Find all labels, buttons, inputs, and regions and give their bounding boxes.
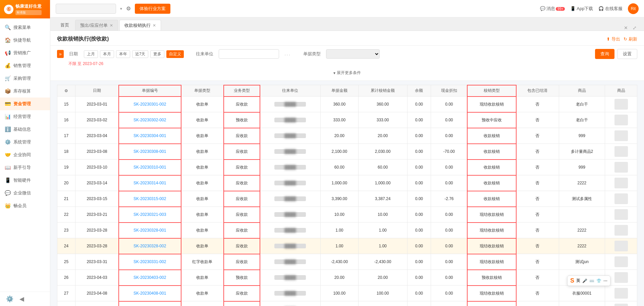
th-biz-type[interactable]: 业务类型	[224, 85, 260, 97]
message-link[interactable]: 💬 消息99+	[540, 6, 565, 12]
sidebar-item-inventory[interactable]: 📦 库存核算	[0, 85, 50, 98]
date-btn-this-year[interactable]: 本年	[116, 50, 130, 58]
sidebar-item-basic[interactable]: ℹ️ 基础信息	[0, 123, 50, 136]
table-row[interactable]: 17 2023-03-04 SK-20230304-001 收款单 应收款 ██…	[57, 128, 637, 144]
tab-receipt-close-icon[interactable]: ✕	[153, 23, 156, 27]
doc-no-link[interactable]: SK-20230314-001	[133, 181, 166, 185]
sidebar-item-quick-nav[interactable]: 🏠 快捷导航	[0, 34, 50, 47]
th-amount[interactable]: 单据金额	[321, 85, 359, 97]
sidebar-item-corp[interactable]: 🤝 企业协同	[0, 148, 50, 161]
doc-no-link[interactable]: SK-20230302-002	[133, 118, 166, 122]
tab-pending[interactable]: 预出/应应付单 ✕	[75, 20, 118, 30]
sidebar-item-hardware[interactable]: 📱 智能硬件	[0, 174, 50, 187]
th-goods1[interactable]: 商品	[559, 85, 605, 97]
date-btn-7days[interactable]: 近7天	[132, 50, 149, 58]
doc-no-link[interactable]: SK-20230328-001	[133, 228, 166, 233]
th-discount[interactable]: 现金折扣	[431, 85, 467, 97]
doc-no-link[interactable]: SK-20230315-002	[133, 196, 166, 201]
ime-keyboard-icon[interactable]: ⌨️	[589, 279, 594, 283]
table-row[interactable]: 19 2023-03-10 SK-20230310-001 收款单 应收款 ██…	[57, 160, 637, 175]
th-verify-type[interactable]: 核销类型	[467, 85, 516, 97]
td-discount: -70.00	[431, 144, 467, 160]
app-download-link[interactable]: 📱 App下载	[570, 6, 593, 12]
date-btn-custom[interactable]: 自定义	[166, 50, 184, 58]
sidebar-settings-icon[interactable]: ⚙️	[5, 295, 15, 303]
table-row[interactable]: 21 2023-03-15 SK-20230315-002 收款单 应收款 ██…	[57, 191, 637, 207]
doc-no-link[interactable]: SK-20230331-002	[133, 259, 166, 264]
partner-filter-input[interactable]	[219, 49, 279, 59]
td-discount: 0.00	[431, 223, 467, 238]
tab-receipt[interactable]: 收款核销执行 ✕	[119, 20, 161, 30]
table-container[interactable]: ⚙ 日期 单据编号 单据类型 业务类型 往来单位 单据金额 累计核销金额 余额 …	[50, 81, 644, 306]
topbar-gear-icon[interactable]: ⚙	[126, 5, 131, 12]
doc-no-link[interactable]: SK-20230408-001	[133, 291, 166, 296]
doc-no-link[interactable]: SK-20230328-002	[133, 244, 166, 248]
sidebar-item-sales[interactable]: 💰 销售管理	[0, 59, 50, 72]
table-row[interactable]: 15 2023-03-01 SK-20230301-002 收款单 应收款 ██…	[57, 97, 637, 112]
table-row[interactable]: 25 2023-03-31 SK-20230331-002 红字收款单 应收款 …	[57, 254, 637, 270]
th-goods2[interactable]: 商品	[605, 85, 637, 97]
sidebar-item-member[interactable]: 👑 畅会员	[0, 199, 50, 212]
th-accumulated[interactable]: 累计核销金额	[358, 85, 407, 97]
td-biz-type: 应收款	[224, 191, 260, 207]
sidebar-collapse-icon[interactable]: ◀	[18, 295, 25, 303]
solution-button[interactable]: 体验行业方案	[135, 4, 170, 14]
td-biz-type: 应收款	[224, 286, 260, 301]
th-partner[interactable]: 往来单位	[260, 85, 321, 97]
sidebar-item-search[interactable]: 🔍 搜索菜单	[0, 21, 50, 34]
tab-close-all-icon[interactable]: ✕	[621, 25, 631, 30]
query-button[interactable]: 查询	[595, 49, 614, 59]
th-date[interactable]: 日期	[75, 85, 118, 97]
table-row[interactable]: 28 2023-04-18 SK-20230418-001 收款单 应收款 ██…	[57, 301, 637, 306]
th-doc-type[interactable]: 单据类型	[181, 85, 224, 97]
sidebar-item-wechat[interactable]: 💬 企业微信	[0, 187, 50, 199]
filter-expand-more[interactable]: ▾ 展开更多条件	[57, 69, 637, 77]
topbar-chevron-icon[interactable]: ▾	[120, 6, 122, 11]
table-row[interactable]: 24 2023-03-28 SK-20230328-002 收款单 应收款 ██…	[57, 238, 637, 254]
th-included[interactable]: 包含已结清	[516, 85, 559, 97]
td-seq: 26	[57, 270, 75, 286]
ime-skin-icon[interactable]: 👕	[596, 279, 601, 283]
th-settings[interactable]: ⚙	[57, 85, 75, 97]
filter-settings-button[interactable]: 设置	[617, 49, 637, 59]
avatar[interactable]: Rit	[628, 3, 639, 14]
sidebar-item-marketing[interactable]: 📢 营销推广	[0, 47, 50, 59]
doc-no-link[interactable]: SK-20230304-001	[133, 133, 166, 138]
ime-mic-icon[interactable]: 🎤	[582, 279, 587, 283]
sidebar-item-guide[interactable]: 📖 新手引导	[0, 161, 50, 174]
table-row[interactable]: 16 2023-03-02 SK-20230302-002 收款单 预收款 ██…	[57, 112, 637, 128]
table-row[interactable]: 20 2023-03-14 SK-20230314-001 收款单 应收款 ██…	[57, 175, 637, 191]
date-btn-this-month[interactable]: 本月	[100, 50, 114, 58]
table-row[interactable]: 18 2023-03-08 SK-20230308-001 收款单 应收款 ██…	[57, 144, 637, 160]
doc-no-link[interactable]: SK-20230301-002	[133, 102, 166, 107]
table-row[interactable]: 27 2023-04-08 SK-20230408-001 收款单 应收款 ██…	[57, 286, 637, 301]
doc-no-link[interactable]: SK-20230310-001	[133, 165, 166, 170]
table-row[interactable]: 22 2023-03-21 SK-20230321-003 收款单 应收款 ██…	[57, 207, 637, 223]
sidebar-item-finance[interactable]: 💳 资金管理	[0, 98, 50, 110]
refresh-button[interactable]: ↻ 刷新	[624, 36, 637, 42]
filter-expand-icon[interactable]: »	[57, 50, 64, 58]
doc-no-link[interactable]: SK-20230308-001	[133, 149, 166, 154]
sidebar-item-system[interactable]: ⚙️ 系统管理	[0, 136, 50, 148]
doc-no-link[interactable]: SK-20230321-003	[133, 212, 166, 217]
td-balance: 0.00	[407, 160, 431, 175]
date-btn-more[interactable]: 更多	[150, 50, 164, 58]
tab-pending-close-icon[interactable]: ✕	[110, 23, 113, 27]
table-row[interactable]: 26 2023-04-03 SK-20230403-002 收款单 预收款 ██…	[57, 270, 637, 286]
online-service-link[interactable]: 🎧 在线客服	[598, 6, 623, 12]
ime-dots-icon[interactable]: ⋯	[603, 279, 607, 283]
topbar-search-input[interactable]	[56, 4, 116, 14]
td-balance: 0.00	[407, 301, 431, 306]
sidebar-item-operation[interactable]: 📊 经营管理	[0, 110, 50, 123]
export-button[interactable]: ⬆ 导出	[606, 36, 620, 42]
doc-no-link[interactable]: SK-20230403-002	[133, 275, 166, 280]
th-doc-no[interactable]: 单据编号	[119, 85, 181, 97]
doc-type-filter-select[interactable]	[326, 49, 380, 59]
sidebar-item-purchase[interactable]: 🛒 采购管理	[0, 72, 50, 85]
table-row[interactable]: 23 2023-03-28 SK-20230328-001 收款单 应收款 ██…	[57, 223, 637, 238]
date-btn-last-month[interactable]: 上月	[84, 50, 98, 58]
td-goods2	[605, 207, 637, 223]
th-balance[interactable]: 余额	[407, 85, 431, 97]
tab-expand-icon[interactable]: ⤢	[631, 25, 639, 30]
tab-home[interactable]: 首页	[56, 20, 74, 30]
